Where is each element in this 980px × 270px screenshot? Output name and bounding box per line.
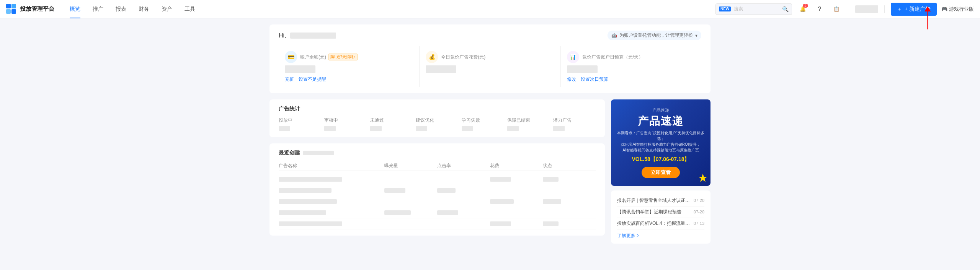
balance-actions: 充值 设置不足提醒 — [285, 76, 413, 83]
nav-search-bar[interactable]: NEW 搜索 🔍 — [715, 3, 792, 15]
new-ad-button[interactable]: ＋ + 新建广告 — [891, 3, 937, 16]
news-date-1: 07-20 — [694, 198, 704, 203]
question-icon-btn[interactable]: ? — [813, 3, 826, 15]
search-placeholder: 搜索 — [734, 6, 743, 12]
left-panel: 广告统计 投放中 审核中 未通过 建议优化 — [270, 99, 605, 244]
bell-icon-btn[interactable]: 🔔 2 — [797, 3, 809, 15]
question-icon: ? — [818, 6, 822, 13]
recharge-link[interactable]: 充值 — [285, 76, 294, 83]
nav-right: NEW 搜索 🔍 🔔 2 ? 📋 ＋ + 新建广告 🎮 游戏行业版 — [715, 3, 974, 16]
news-date-3: 07-13 — [694, 221, 704, 226]
docs-icon-btn[interactable]: 📋 — [830, 3, 843, 15]
ad-stat-ended: 保障已结束 — [504, 117, 550, 131]
nav-tab-finance[interactable]: 财务 — [132, 0, 155, 18]
spend-value — [426, 65, 456, 73]
search-icon: 🔍 — [782, 6, 789, 12]
cell-cost-1 — [490, 177, 511, 182]
nav-tab-overview[interactable]: 概览 — [64, 0, 87, 18]
hi-greeting: Hi, — [279, 32, 336, 39]
promo-vol: VOL.58【07.06-07.18】 — [617, 156, 704, 163]
ai-icon: 🤖 — [611, 33, 617, 38]
game-industry-label: 游戏行业版 — [949, 6, 974, 13]
ad-stats-card: 广告统计 投放中 审核中 未通过 建议优化 — [270, 99, 605, 137]
recent-header: 最近创建 — [279, 150, 596, 156]
today-spend-card: 💰 今日竞价广告花费(元) — [420, 46, 560, 87]
cell-name-5 — [279, 221, 342, 226]
spend-actions-placeholder — [426, 76, 554, 81]
ad-stat-val-ended — [507, 126, 519, 131]
balance-label-group: 账户余额(元) 薅I 近7天消耗↑ — [300, 54, 358, 60]
table-row — [279, 174, 596, 185]
cell-cost-3 — [490, 199, 514, 204]
main-content: Hi, 🤖 为账户设置托管功能，让管理更轻松 ▾ 💳 账户余额(元) — [260, 18, 720, 250]
table-header: 广告名称 曝光量 点击率 花费 状态 — [279, 161, 596, 171]
ad-stats-grid: 投放中 审核中 未通过 建议优化 — [279, 117, 596, 131]
promo-subtitle: 本期看点：广告定向"按照转化用户"支持优化目标多选； 优化宝AI智能打标服务助力… — [617, 130, 704, 153]
nav-tab-report[interactable]: 报表 — [109, 0, 132, 18]
set-daily-link[interactable]: 设置次日预算 — [581, 76, 608, 83]
svg-rect-2 — [6, 9, 11, 14]
budget-actions: 修改 设置次日预算 — [567, 76, 695, 83]
budget-value — [567, 65, 598, 73]
news-date-2: 07-20 — [694, 210, 704, 214]
news-item-2: 【腾讯营销学堂】近期课程预告 07-20 — [617, 207, 704, 218]
promo-cta-btn[interactable]: 立即查看 — [642, 167, 680, 178]
nav-tab-tools[interactable]: 工具 — [178, 0, 201, 18]
budget-header: 📊 竞价广告账户日预算（元/天） — [567, 51, 695, 63]
ad-stat-optimize: 建议优化 — [413, 117, 458, 131]
daily-budget-card: 📊 竞价广告账户日预算（元/天） 修改 设置次日预算 — [561, 46, 701, 87]
user-avatar[interactable] — [855, 5, 878, 13]
news-more-link[interactable]: 了解更多 > — [617, 233, 704, 239]
ai-expand-icon: ▾ — [695, 33, 697, 38]
plus-icon: ＋ — [897, 6, 902, 13]
set-reminder-link[interactable]: 设置不足提醒 — [299, 76, 326, 83]
nav-tab-assets[interactable]: 资产 — [155, 0, 178, 18]
news-text-3: 投放实战百问析VOL.4：把握流量蓝海，聚焦视... — [617, 220, 691, 227]
svg-rect-1 — [11, 4, 16, 8]
ad-stat-potential: 潜力广告 — [550, 117, 596, 131]
recent-creations-card: 最近创建 广告名称 曝光量 点击率 花费 状态 — [270, 143, 605, 236]
ad-stat-val-learning — [462, 126, 473, 131]
svg-rect-0 — [6, 4, 11, 8]
ai-assistant-btn[interactable]: 🤖 为账户设置托管功能，让管理更轻松 ▾ — [608, 31, 701, 40]
cell-name-4 — [279, 210, 326, 215]
cell-status-3 — [543, 199, 561, 204]
hi-row: Hi, 🤖 为账户设置托管功能，让管理更轻松 ▾ — [279, 31, 701, 40]
promo-title: 产品速递 — [617, 115, 704, 128]
modify-link[interactable]: 修改 — [567, 76, 576, 83]
promo-star-decoration — [698, 174, 707, 183]
budget-icon: 📊 — [567, 51, 579, 63]
hi-section: Hi, 🤖 为账户设置托管功能，让管理更轻松 ▾ 💳 账户余额(元) — [270, 24, 710, 93]
promo-label: 产品速递 — [652, 108, 669, 112]
ad-stat-rejected: 未通过 — [367, 117, 413, 131]
news-list: 报名开启 | 智慧零售全域人才认证计划新增"全... 07-20 【腾讯营销学堂… — [611, 190, 710, 244]
nav-divider-2 — [884, 5, 885, 13]
ad-stat-val-running — [279, 126, 290, 131]
spend-label: 今日竞价广告花费(元) — [441, 54, 485, 60]
balance-icon: 💳 — [285, 51, 297, 63]
balance-label-row: 账户余额(元) 薅I 近7天消耗↑ — [300, 54, 358, 60]
col-impression: 曝光量 — [384, 163, 437, 169]
promo-header: 产品速递 — [617, 107, 704, 113]
user-name-placeholder — [290, 33, 336, 39]
table-row — [279, 207, 596, 218]
ad-stat-val-optimize — [416, 126, 427, 131]
news-item-3: 投放实战百问析VOL.4：把握流量蓝海，聚焦视... 07-13 — [617, 218, 704, 229]
ad-stat-val-rejected — [370, 126, 382, 131]
game-industry-btn[interactable]: 🎮 游戏行业版 — [941, 6, 974, 13]
news-item-1: 报名开启 | 智慧零售全域人才认证计划新增"全... 07-20 — [617, 195, 704, 207]
ad-stat-learning: 学习失败 — [459, 117, 504, 131]
news-text-1: 报名开启 | 智慧零售全域人才认证计划新增"全... — [617, 197, 691, 204]
stats-row: 💳 账户余额(元) 薅I 近7天消耗↑ 充值 设置不足提醒 — [279, 46, 701, 87]
top-nav: 投放管理平台 概览 推广 报表 财务 资产 工具 NEW 搜索 🔍 🔔 2 ? … — [0, 0, 980, 18]
col-cost: 花费 — [490, 163, 543, 169]
cell-cost-5 — [490, 221, 511, 226]
cell-name-3 — [279, 199, 337, 204]
cell-ctr-2 — [437, 188, 456, 193]
logo-text: 投放管理平台 — [20, 5, 54, 13]
cell-imp-2 — [384, 188, 405, 193]
nav-tab-promote[interactable]: 推广 — [87, 0, 109, 18]
bottom-row: 广告统计 投放中 审核中 未通过 建议优化 — [270, 99, 710, 244]
ad-stat-running: 投放中 — [279, 117, 321, 131]
account-balance-card: 💳 账户余额(元) 薅I 近7天消耗↑ 充值 设置不足提醒 — [279, 46, 420, 87]
